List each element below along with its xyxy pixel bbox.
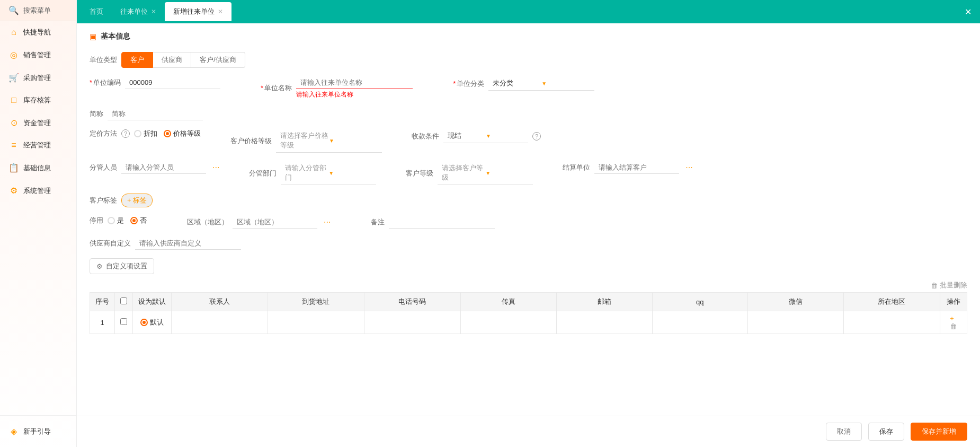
settlement-more-btn[interactable]: ··· bbox=[685, 163, 692, 172]
supplier-custom-row: 供应商自定义 bbox=[90, 237, 967, 250]
sidebar-item-system[interactable]: ⚙ 系统管理 bbox=[0, 179, 76, 202]
system-icon: ⚙ bbox=[8, 186, 19, 196]
save-add-button[interactable]: 保存并新增 bbox=[911, 423, 967, 441]
short-name-input[interactable] bbox=[108, 108, 203, 120]
contact-input[interactable] bbox=[177, 319, 262, 327]
sidebar-item-operations[interactable]: ≡ 经营管理 bbox=[0, 134, 76, 156]
customer-level-label: 客户等级 bbox=[406, 169, 433, 178]
sidebar-item-purchase[interactable]: 🛒 采购管理 bbox=[0, 66, 76, 89]
department-dropdown[interactable]: 请输入分管部门 ▼ bbox=[281, 161, 376, 185]
remark-field: 备注 bbox=[371, 216, 495, 229]
unit-name-input[interactable] bbox=[296, 76, 413, 89]
row-wechat[interactable] bbox=[747, 311, 843, 334]
row-qq[interactable] bbox=[652, 311, 747, 334]
unit-code-input[interactable] bbox=[125, 76, 220, 89]
sidebar-item-quick-nav[interactable]: ⌂ 快捷导航 bbox=[0, 21, 76, 43]
unit-type-row: 单位类型 客户 供应商 客户/供应商 bbox=[90, 52, 967, 68]
pricing-discount-option[interactable]: 折扣 bbox=[134, 129, 157, 138]
customer-level-dropdown[interactable]: 请选择客户等级 ▼ bbox=[438, 161, 533, 185]
supplier-custom-label: 供应商自定义 bbox=[90, 239, 131, 248]
email-input[interactable] bbox=[562, 319, 647, 327]
phone-input[interactable] bbox=[370, 319, 455, 327]
section-header: ▣ 基本信息 bbox=[90, 32, 967, 41]
customer-price-level-dropdown[interactable]: 请选择客户价格等级 ▼ bbox=[276, 129, 382, 153]
region-more-btn[interactable]: ··· bbox=[324, 217, 331, 227]
row-fax[interactable] bbox=[461, 311, 557, 334]
row-checkbox[interactable] bbox=[120, 318, 127, 325]
gear-icon: ⚙ bbox=[96, 262, 103, 270]
manager-row: 分管人员 ··· 分管部门 请输入分管部门 ▼ 客户等级 请选择客户等级 ▼ 结… bbox=[90, 161, 967, 185]
supplier-custom-input[interactable] bbox=[135, 237, 241, 250]
disable-label: 停用 bbox=[90, 216, 103, 225]
save-button[interactable]: 保存 bbox=[868, 423, 904, 441]
sidebar-item-sales[interactable]: ◎ 销售管理 bbox=[0, 43, 76, 66]
operations-icon: ≡ bbox=[8, 141, 19, 150]
col-fax: 传真 bbox=[461, 293, 557, 311]
row-default-radio[interactable]: 默认 bbox=[138, 318, 166, 327]
tab-new-partner[interactable]: 新增往来单位 ✕ bbox=[165, 2, 231, 21]
unit-type-btn-group: 客户 供应商 客户/供应商 bbox=[121, 52, 245, 68]
sidebar-item-inventory[interactable]: □ 库存核算 bbox=[0, 89, 76, 111]
disable-no-option[interactable]: 否 bbox=[130, 216, 147, 225]
row-checkbox-cell bbox=[115, 311, 133, 334]
row-address[interactable] bbox=[268, 311, 364, 334]
row-phone[interactable] bbox=[364, 311, 460, 334]
bottom-bar: 取消 保存 保存并新增 bbox=[77, 416, 980, 447]
row-contact[interactable] bbox=[172, 311, 268, 334]
tab-home[interactable]: 首页 bbox=[81, 2, 112, 21]
region-input[interactable] bbox=[233, 216, 317, 229]
manager-input[interactable] bbox=[121, 161, 206, 174]
manager-more-btn[interactable]: ··· bbox=[212, 163, 219, 172]
type-btn-supplier[interactable]: 供应商 bbox=[153, 52, 191, 68]
sidebar-item-guide[interactable]: ◈ 新手引导 bbox=[0, 420, 76, 443]
qq-input[interactable] bbox=[658, 319, 742, 327]
sidebar-item-basic-info[interactable]: 📋 基础信息 bbox=[0, 156, 76, 179]
row-action: + 🗑 bbox=[940, 311, 967, 334]
tab-partners-close[interactable]: ✕ bbox=[151, 8, 156, 15]
region-table-input[interactable] bbox=[849, 319, 934, 327]
search-menu[interactable]: 🔍 搜索菜单 bbox=[0, 0, 76, 21]
type-btn-customer[interactable]: 客户 bbox=[121, 52, 153, 68]
settlement-unit-input[interactable] bbox=[594, 161, 679, 174]
guide-icon: ◈ bbox=[8, 426, 19, 436]
table-header: 序号 设为默认 联系人 到货地址 电话号码 传真 邮箱 qq 微信 所在地区 操… bbox=[90, 293, 967, 311]
payment-condition-dropdown[interactable]: 现结 ▼ bbox=[443, 129, 528, 143]
basic-info-icon: 📋 bbox=[8, 163, 19, 173]
address-input[interactable] bbox=[273, 319, 359, 327]
row-region[interactable] bbox=[843, 311, 940, 334]
tab-new-partner-close[interactable]: ✕ bbox=[218, 8, 223, 15]
row-email[interactable] bbox=[556, 311, 652, 334]
customer-tag-label: 客户标签 bbox=[90, 196, 117, 205]
payment-condition-label: 收款条件 bbox=[412, 132, 439, 141]
payment-help-icon[interactable]: ? bbox=[532, 132, 541, 141]
tab-partners[interactable]: 往来单位 ✕ bbox=[112, 2, 165, 21]
pricing-method-field: 定价方法 ? 折扣 价格等级 bbox=[90, 129, 201, 138]
select-all-checkbox[interactable] bbox=[120, 297, 127, 304]
main-content: 首页 往来单位 ✕ 新增往来单位 ✕ ✕ ▣ 基本信息 单位类型 客户 供应商 bbox=[77, 0, 980, 447]
unit-category-dropdown[interactable]: 未分类 ▼ bbox=[488, 76, 594, 91]
cancel-button[interactable]: 取消 bbox=[826, 423, 862, 441]
wechat-input[interactable] bbox=[753, 319, 838, 327]
fax-input[interactable] bbox=[466, 319, 551, 327]
type-btn-both[interactable]: 客户/供应商 bbox=[191, 52, 245, 68]
disable-region-row: 停用 是 否 区域（地区） ··· 备注 bbox=[90, 216, 967, 229]
sidebar-item-finance[interactable]: ⊙ 资金管理 bbox=[0, 111, 76, 134]
disable-yes-option[interactable]: 是 bbox=[108, 216, 124, 225]
sales-icon: ◎ bbox=[8, 50, 19, 60]
pricing-row: 定价方法 ? 折扣 价格等级 客户价格等级 请选择客户价格等级 bbox=[90, 129, 967, 153]
manager-label: 分管人员 bbox=[90, 163, 117, 172]
custom-settings-btn[interactable]: ⚙ 自定义项设置 bbox=[90, 258, 154, 274]
batch-delete-label[interactable]: 批量删除 bbox=[940, 281, 967, 290]
add-tag-button[interactable]: + 标签 bbox=[121, 194, 153, 207]
payment-condition-field: 收款条件 现结 ▼ ? bbox=[412, 129, 541, 143]
close-all-tabs[interactable]: ✕ bbox=[960, 5, 976, 19]
customer-tag-field: 客户标签 + 标签 bbox=[90, 194, 153, 207]
remark-input[interactable] bbox=[389, 216, 495, 229]
pricing-level-option[interactable]: 价格等级 bbox=[164, 129, 201, 138]
add-row-btn[interactable]: + bbox=[950, 314, 954, 322]
pricing-radio-group: 折扣 价格等级 bbox=[134, 129, 201, 138]
disable-field: 停用 是 否 bbox=[90, 216, 147, 225]
delete-row-btn[interactable]: 🗑 bbox=[950, 322, 957, 330]
short-name-label: 简称 bbox=[90, 109, 103, 119]
pricing-help-icon[interactable]: ? bbox=[121, 129, 130, 138]
